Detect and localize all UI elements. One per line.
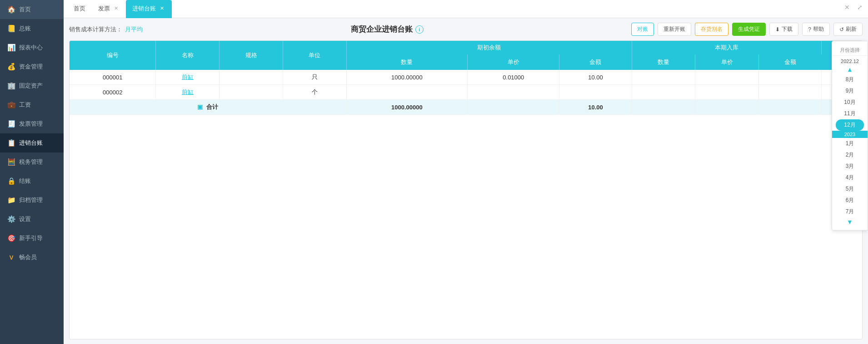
member-icon: V xyxy=(7,254,15,261)
cost-method: 销售成本计算方法： 月平均 xyxy=(69,25,143,34)
cell-opening-qty-2 xyxy=(346,85,468,100)
refresh-icon: ↺ xyxy=(839,26,844,33)
cell-in-amount-1 xyxy=(759,70,822,85)
cell-total-opening-qty: 1000.00000 xyxy=(346,100,468,115)
reconcile-button[interactable]: 对账 xyxy=(631,23,654,36)
cell-spec-2 xyxy=(219,85,283,100)
tab-invoice-close[interactable]: ✕ xyxy=(113,5,120,12)
month-item-11[interactable]: 11月 xyxy=(832,108,868,119)
sidebar-item-settings[interactable]: ⚙️ 设置 xyxy=(0,210,64,229)
info-icon[interactable]: i xyxy=(415,25,424,34)
sidebar-item-guide[interactable]: 🎯 新手引导 xyxy=(0,229,64,248)
month-picker-panel: 月份选择 2022.12 ▲ 8月 9月 10月 11月 12月 2023 1月… xyxy=(832,41,868,231)
cell-total-in-amount xyxy=(759,100,822,115)
sidebar-item-close[interactable]: 🔒 结账 xyxy=(0,172,64,191)
cell-total-label: ▣ 合计 xyxy=(70,100,346,115)
reports-icon: 📊 xyxy=(7,44,15,52)
save-alias-button[interactable]: 存货别名 xyxy=(695,23,728,36)
table-wrapper: 编号 名称 规格 单位 期初余额 本期入库 数量 单价 金额 数量 单价 xyxy=(69,40,863,339)
window-maximize-button[interactable]: ⤢ xyxy=(855,3,864,12)
month-item-12[interactable]: 12月 xyxy=(836,119,864,131)
month-item-2[interactable]: 2月 xyxy=(832,149,868,161)
cell-name-1: 前缸 xyxy=(156,70,219,85)
month-item-7[interactable]: 7月 xyxy=(832,206,868,217)
th-in-qty: 数量 xyxy=(632,54,695,70)
sidebar-item-purchase-sales[interactable]: 📋 进销台账 xyxy=(0,133,64,152)
month-picker-year-2022: 2022.12 xyxy=(832,58,868,65)
refresh-button[interactable]: ↺ 刷新 xyxy=(833,23,863,36)
sidebar-item-archive[interactable]: 📁 归档管理 xyxy=(0,191,64,210)
tab-home[interactable]: 首页 xyxy=(67,0,92,18)
generate-voucher-button[interactable]: 生成凭证 xyxy=(732,23,766,36)
sidebar-item-reports[interactable]: 📊 报表中心 xyxy=(0,38,64,57)
sidebar: 🏠 首页 📒 总账 📊 报表中心 💰 资金管理 🏢 固定资产 💼 工资 🧾 发票… xyxy=(0,0,64,344)
window-controls: ✕ ⤢ xyxy=(843,3,864,12)
table-row: 000001 前缸 只 1000.00000 0.01000 10.00 xyxy=(70,70,862,85)
help-button[interactable]: ? 帮助 xyxy=(802,23,830,36)
th-spec: 规格 xyxy=(219,41,283,70)
cell-total-in-price xyxy=(695,100,759,115)
cell-total-opening-amount: 10.00 xyxy=(559,100,632,115)
page-content: 销售成本计算方法： 月平均 商贸企业进销台账 i 对账 重新开账 存货别名 生成… xyxy=(64,18,868,344)
month-item-3[interactable]: 3月 xyxy=(832,161,868,172)
sidebar-item-ledger[interactable]: 📒 总账 xyxy=(0,19,64,38)
month-item-10[interactable]: 10月 xyxy=(832,97,868,108)
payroll-icon: 💼 xyxy=(7,101,15,109)
cell-opening-price-1: 0.01000 xyxy=(468,70,559,85)
th-name: 名称 xyxy=(156,41,219,70)
home-icon: 🏠 xyxy=(7,5,15,14)
total-icon: ▣ xyxy=(197,103,203,110)
th-id: 编号 xyxy=(70,41,156,70)
cell-opening-price-2 xyxy=(468,85,559,100)
th-opening-amount: 金额 xyxy=(559,54,632,70)
cell-opening-amount-1: 10.00 xyxy=(559,70,632,85)
tab-invoice[interactable]: 发票 ✕ xyxy=(92,0,126,18)
download-button[interactable]: ⬇ 下载 xyxy=(769,23,798,36)
th-in-amount: 金额 xyxy=(759,54,822,70)
cell-opening-qty-1: 1000.00000 xyxy=(346,70,468,85)
th-opening-qty: 数量 xyxy=(346,54,468,70)
th-in-price: 单价 xyxy=(695,54,759,70)
cell-opening-amount-2 xyxy=(559,85,632,100)
table-row: 000002 前缸 个 xyxy=(70,85,862,100)
month-item-8[interactable]: 8月 xyxy=(832,74,868,85)
sidebar-item-assets[interactable]: 🏢 固定资产 xyxy=(0,76,64,95)
tax-icon: 🧮 xyxy=(7,158,15,166)
sidebar-item-payroll[interactable]: 💼 工资 xyxy=(0,95,64,114)
cell-spec-1 xyxy=(219,70,283,85)
funds-icon: 💰 xyxy=(7,63,15,71)
cell-total-opening-price xyxy=(468,100,559,115)
ledger-icon: 📒 xyxy=(7,25,15,33)
settings-icon: ⚙️ xyxy=(7,215,15,223)
month-item-5[interactable]: 5月 xyxy=(832,183,868,195)
tab-purchase-sales-close[interactable]: ✕ xyxy=(159,5,165,12)
sidebar-item-home[interactable]: 🏠 首页 xyxy=(0,0,64,19)
sidebar-item-invoice-mgmt[interactable]: 🧾 发票管理 xyxy=(0,114,64,133)
purchase-sales-icon: 📋 xyxy=(7,139,15,147)
month-item-4[interactable]: 4月 xyxy=(832,172,868,183)
cell-id-2: 000002 xyxy=(70,85,156,100)
sidebar-item-funds[interactable]: 💰 资金管理 xyxy=(0,57,64,76)
month-picker-title: 月份选择 xyxy=(832,45,868,56)
download-icon: ⬇ xyxy=(775,26,780,33)
cell-in-price-1 xyxy=(695,70,759,85)
month-item-6[interactable]: 6月 xyxy=(832,195,868,206)
tab-bar: 首页 发票 ✕ 进销台账 ✕ xyxy=(64,0,868,18)
main-table: 编号 名称 规格 单位 期初余额 本期入库 数量 单价 金额 数量 单价 xyxy=(70,41,862,115)
th-group-in: 本期入库 xyxy=(632,41,822,54)
sidebar-item-member[interactable]: V 畅会员 xyxy=(0,248,64,267)
action-buttons: 对账 重新开账 存货别名 生成凭证 ⬇ 下载 ? 帮助 ↺ 刷新 xyxy=(631,23,863,36)
cell-unit-2: 个 xyxy=(283,85,346,100)
reopen-button[interactable]: 重新开账 xyxy=(658,23,691,36)
cell-name-2: 前缸 xyxy=(156,85,219,100)
month-nav-up[interactable]: ▲ xyxy=(832,65,868,74)
cell-id-1: 000001 xyxy=(70,70,156,85)
month-nav-down[interactable]: ▼ xyxy=(832,217,868,226)
window-close-button[interactable]: ✕ xyxy=(843,3,852,12)
sidebar-item-tax[interactable]: 🧮 税务管理 xyxy=(0,152,64,172)
cell-in-qty-1 xyxy=(632,70,695,85)
month-item-9[interactable]: 9月 xyxy=(832,85,868,97)
cell-unit-1: 只 xyxy=(283,70,346,85)
month-item-1[interactable]: 1月 xyxy=(832,138,868,149)
tab-purchase-sales[interactable]: 进销台账 ✕ xyxy=(126,0,172,18)
